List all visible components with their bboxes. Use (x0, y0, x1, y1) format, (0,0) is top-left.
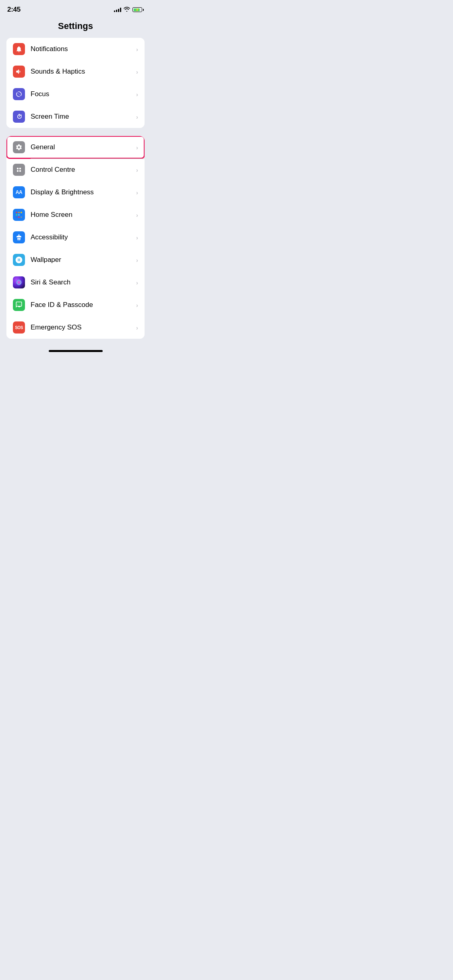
display-brightness-icon: AA (13, 186, 25, 198)
display-brightness-label: Display & Brightness (31, 188, 136, 196)
settings-item-emergency-sos[interactable]: SOS Emergency SOS › (6, 316, 145, 339)
settings-group-2: General › Control Centre › AA (6, 136, 145, 339)
settings-item-focus[interactable]: Focus › (6, 83, 145, 105)
svg-rect-7 (16, 214, 17, 215)
status-icons: ⚡ (114, 7, 144, 13)
control-centre-icon (13, 164, 25, 176)
wallpaper-chevron: › (136, 257, 138, 264)
face-id-chevron: › (136, 302, 138, 309)
notifications-chevron: › (136, 46, 138, 53)
control-centre-label: Control Centre (31, 166, 136, 174)
svg-point-3 (19, 170, 21, 172)
settings-item-face-id[interactable]: Face ID & Passcode › (6, 294, 145, 316)
emergency-sos-chevron: › (136, 324, 138, 331)
general-chevron: › (136, 144, 138, 151)
face-id-label: Face ID & Passcode (31, 301, 136, 309)
svg-point-2 (17, 170, 19, 172)
emergency-sos-icon: SOS (13, 321, 25, 334)
wallpaper-icon (13, 254, 25, 266)
page-title: Settings (0, 16, 151, 38)
general-icon (13, 141, 25, 153)
home-bar (49, 350, 103, 352)
settings-item-general[interactable]: General › (6, 136, 145, 159)
general-label: General (31, 143, 136, 151)
svg-rect-12 (21, 216, 22, 218)
notifications-label: Notifications (31, 45, 136, 53)
battery-icon: ⚡ (132, 7, 144, 12)
screen-time-chevron: › (136, 113, 138, 120)
settings-item-siri-search[interactable]: Siri & Search › (6, 271, 145, 294)
face-id-icon (13, 299, 25, 311)
settings-item-wallpaper[interactable]: Wallpaper › (6, 249, 145, 271)
settings-item-accessibility[interactable]: Accessibility › (6, 226, 145, 249)
svg-point-14 (16, 280, 21, 285)
settings-item-control-centre[interactable]: Control Centre › (6, 159, 145, 181)
screen-time-label: Screen Time (31, 113, 136, 121)
wallpaper-label: Wallpaper (31, 256, 136, 264)
focus-label: Focus (31, 90, 136, 98)
screen-time-icon: ⏱ (13, 111, 25, 123)
settings-group-1-list: Notifications › Sounds & Haptics › (6, 38, 145, 128)
svg-rect-4 (16, 212, 17, 213)
siri-search-chevron: › (136, 279, 138, 286)
emergency-sos-label: Emergency SOS (31, 323, 136, 331)
display-brightness-chevron: › (136, 189, 138, 196)
notifications-icon (13, 43, 25, 55)
settings-item-sounds-haptics[interactable]: Sounds & Haptics › (6, 60, 145, 83)
wifi-icon (124, 7, 130, 13)
settings-item-notifications[interactable]: Notifications › (6, 38, 145, 60)
settings-item-display-brightness[interactable]: AA Display & Brightness › (6, 181, 145, 204)
sounds-haptics-chevron: › (136, 68, 138, 75)
svg-rect-9 (21, 214, 22, 215)
svg-rect-11 (18, 216, 19, 218)
settings-group-2-list: General › Control Centre › AA (6, 136, 145, 339)
settings-scroll-area[interactable]: Notifications › Sounds & Haptics › (0, 38, 151, 347)
home-screen-icon (13, 209, 25, 221)
focus-chevron: › (136, 91, 138, 98)
accessibility-label: Accessibility (31, 233, 136, 241)
signal-icon (114, 7, 121, 12)
svg-rect-10 (16, 216, 17, 218)
home-indicator (0, 347, 151, 354)
settings-item-home-screen[interactable]: Home Screen › (6, 204, 145, 226)
svg-rect-5 (18, 212, 19, 213)
sounds-haptics-icon (13, 66, 25, 78)
siri-search-label: Siri & Search (31, 278, 136, 286)
settings-item-screen-time[interactable]: ⏱ Screen Time › (6, 105, 145, 128)
settings-group-1: Notifications › Sounds & Haptics › (6, 38, 145, 128)
svg-point-0 (17, 168, 19, 170)
status-bar: 2:45 ⚡ (0, 0, 151, 16)
sounds-haptics-label: Sounds & Haptics (31, 68, 136, 76)
control-centre-chevron: › (136, 167, 138, 173)
svg-rect-8 (18, 214, 19, 215)
siri-search-icon (13, 276, 25, 288)
status-time: 2:45 (7, 6, 21, 14)
home-screen-label: Home Screen (31, 211, 136, 219)
svg-point-13 (19, 235, 20, 236)
svg-rect-6 (21, 212, 22, 213)
focus-icon (13, 88, 25, 100)
home-screen-chevron: › (136, 212, 138, 218)
accessibility-icon (13, 231, 25, 243)
svg-point-1 (19, 168, 21, 170)
accessibility-chevron: › (136, 234, 138, 241)
